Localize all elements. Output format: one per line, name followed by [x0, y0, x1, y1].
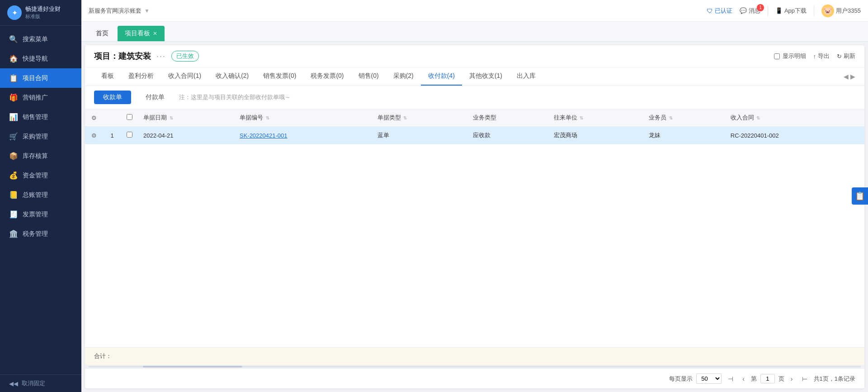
col-biz-type: 业务类型 [467, 109, 548, 127]
main-content: 新服务官网演示账套 ▼ 🛡 已认证 💬 消息 1 📱 App下载 🐷 用户335… [81, 0, 868, 392]
subnav-kanban[interactable]: 看板 [94, 67, 121, 86]
page-prev-btn[interactable]: ‹ [740, 374, 747, 383]
col-salesperson[interactable]: 业务员 ⇅ [643, 109, 725, 127]
subnav-arrows: ◀ ▶ [844, 73, 855, 80]
sidebar-item-purchase-mgmt[interactable]: 🛒采购管理 [0, 127, 81, 146]
topbar-divider2 [814, 5, 814, 16]
col-type[interactable]: 单据类型 ⇅ [372, 109, 467, 127]
sidebar-item-capital-mgmt[interactable]: 💰资金管理 [0, 166, 81, 185]
subnav-sales[interactable]: 销售(0) [351, 67, 386, 86]
search-icon: 🔍 [9, 35, 18, 43]
project-actions: 显示明细 ↑ 导出 ↻ 刷新 [774, 52, 856, 60]
select-all-checkbox[interactable] [127, 114, 132, 120]
sidebar-item-label: 资金管理 [23, 172, 48, 180]
topbar-right: 💬 消息 1 📱 App下载 🐷 用户3355 [740, 5, 861, 17]
subnav-income-contract[interactable]: 收入合同(1) [161, 67, 208, 86]
col-settings[interactable]: ⚙ [85, 109, 103, 127]
certified-badge: 🛡 已认证 [707, 7, 732, 15]
show-detail-checkbox[interactable]: 显示明细 [774, 52, 806, 60]
user-menu-btn[interactable]: 🐷 用户3355 [821, 5, 861, 17]
tax-mgmt-icon: 🏛️ [9, 229, 18, 238]
col-num [103, 109, 121, 127]
project-more-btn[interactable]: ··· [156, 52, 166, 61]
col-number[interactable]: 单据编号 ⇅ [234, 109, 372, 127]
subnav-purchase[interactable]: 采购(2) [386, 67, 421, 86]
export-label: 导出 [818, 52, 830, 60]
subnav-inventory[interactable]: 出入库 [509, 67, 543, 86]
project-status-badge: 已生效 [171, 51, 199, 62]
show-detail-input[interactable] [774, 53, 780, 59]
per-page-select[interactable]: 50 100 200 [696, 373, 722, 384]
sidebar-item-label: 库存核算 [23, 152, 48, 160]
per-page-label: 每页显示 [669, 375, 693, 383]
sidebar-item-project-contract[interactable]: 📋项目合同 [0, 68, 81, 88]
subnav-sales-invoice[interactable]: 销售发票(0) [256, 67, 303, 86]
page-suffix: 页 [778, 375, 784, 383]
sidebar-unpin[interactable]: ◀◀ 取消固定 [0, 374, 81, 392]
scroll-indicator [85, 365, 864, 368]
row-checkbox[interactable] [121, 127, 138, 144]
sidebar-item-quick-nav[interactable]: 🏠快捷导航 [0, 49, 81, 68]
receipt-filter-btn[interactable]: 收款单 [94, 91, 131, 104]
subnav-other-expenses[interactable]: 其他收支(1) [462, 67, 509, 86]
subnav-tax-invoice[interactable]: 税务发票(0) [303, 67, 351, 86]
export-btn[interactable]: ↑ 导出 [813, 52, 830, 60]
sidebar-item-marketing[interactable]: 🎁营销推广 [0, 88, 81, 107]
invoice-mgmt-icon: 🧾 [9, 210, 18, 219]
payment-filter-btn[interactable]: 付款单 [137, 91, 174, 104]
sidebar-item-label: 销售管理 [23, 113, 48, 121]
sidebar-item-ledger-mgmt[interactable]: 📒总账管理 [0, 185, 81, 205]
message-btn[interactable]: 💬 消息 1 [740, 7, 760, 15]
table-footer: 合计： [85, 347, 864, 365]
app-download-label: App下载 [784, 7, 807, 15]
page-first-btn[interactable]: ⊣ [725, 374, 736, 383]
page-number-input[interactable] [760, 374, 775, 383]
sidebar-item-search[interactable]: 🔍搜索菜单 [0, 29, 81, 49]
sidebar-item-tax-mgmt[interactable]: 🏛️税务管理 [0, 224, 81, 244]
table-row[interactable]: ⚙ 1 2022-04-21 SK-20220421-001 蓝单 应收款 宏茂… [85, 127, 864, 144]
subnav-profit[interactable]: 盈利分析 [121, 67, 161, 86]
app-download-btn[interactable]: 📱 App下载 [775, 7, 807, 15]
sidebar-item-invoice-mgmt[interactable]: 🧾发票管理 [0, 205, 81, 224]
row-num: 1 [103, 127, 121, 144]
tab-home-label: 首页 [96, 29, 108, 38]
account-selector[interactable]: 新服务官网演示账套 ▼ [89, 7, 699, 15]
sidebar: ✦ 畅捷通好业财 标准版 🔍搜索菜单🏠快捷导航📋项目合同🎁营销推广📊销售管理🛒采… [0, 0, 81, 392]
subnav-receipt[interactable]: 收付款(4) [421, 67, 462, 86]
user-avatar: 🐷 [821, 5, 834, 17]
ledger-mgmt-icon: 📒 [9, 191, 18, 199]
subnav-prev-icon[interactable]: ◀ [844, 73, 849, 80]
filter-note: 注：这里是与项目关联的全部收付款单哦～ [179, 93, 291, 101]
col-date[interactable]: 单据日期 ⇅ [138, 109, 234, 127]
row-salesperson: 龙妹 [643, 127, 725, 144]
refresh-btn[interactable]: ↻ 刷新 [837, 52, 855, 60]
tab-project-board[interactable]: 项目看板 ✕ [118, 26, 165, 41]
page-next-btn[interactable]: › [788, 374, 796, 383]
refresh-label: 刷新 [844, 52, 855, 60]
data-table: ⚙ 单据日期 ⇅ 单据编号 ⇅ 单据类型 ⇅ 业务类型 往来单位 ⇅ 业务员 ⇅… [85, 109, 864, 144]
row-date: 2022-04-21 [138, 127, 234, 144]
app-name: 畅捷通好业财 [25, 5, 61, 13]
col-checkbox [121, 109, 138, 127]
col-partner[interactable]: 往来单位 ⇅ [548, 109, 644, 127]
row-type: 蓝单 [372, 127, 467, 144]
scroll-thumb[interactable] [143, 366, 242, 368]
col-income-contract[interactable]: 收入合同 ⇅ [725, 109, 864, 127]
sidebar-item-sales-mgmt[interactable]: 📊销售管理 [0, 107, 81, 127]
subnav-income-confirm[interactable]: 收入确认(2) [208, 67, 256, 86]
filter-bar: 收款单 付款单 注：这里是与项目关联的全部收付款单哦～ [85, 86, 864, 109]
sales-mgmt-icon: 📊 [9, 113, 18, 121]
project-contract-icon: 📋 [9, 74, 18, 82]
tab-close-icon[interactable]: ✕ [153, 30, 157, 37]
float-action-btn[interactable]: 📋 [852, 187, 868, 205]
sidebar-item-label: 搜索菜单 [23, 35, 48, 43]
row-biz-type: 应收款 [467, 127, 548, 144]
message-badge: 1 [757, 4, 764, 11]
page-last-btn[interactable]: ⊢ [799, 374, 810, 383]
sidebar-item-inventory-mgmt[interactable]: 📦库存核算 [0, 146, 81, 166]
row-number[interactable]: SK-20220421-001 [234, 127, 372, 144]
unpin-icon: ◀◀ [9, 380, 18, 387]
row-gear[interactable]: ⚙ [85, 127, 103, 144]
subnav-next-icon[interactable]: ▶ [850, 73, 855, 80]
tab-home[interactable]: 首页 [89, 26, 116, 41]
